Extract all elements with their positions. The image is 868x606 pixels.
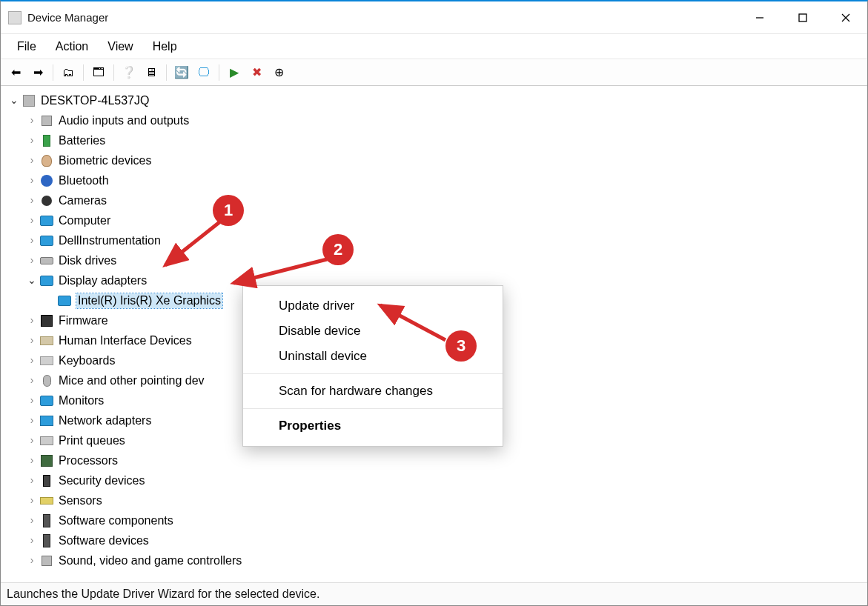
tree-category-0[interactable]: ›Audio inputs and outputs — [8, 110, 864, 130]
chevron-right-icon[interactable]: › — [26, 455, 38, 467]
enable-icon[interactable]: ▶ — [224, 63, 245, 82]
ic-chip-icon — [39, 453, 54, 468]
tree-root[interactable]: ⌄DESKTOP-4L537JQ — [8, 90, 864, 110]
device-tree-container: ⌄DESKTOP-4L537JQ›Audio inputs and output… — [1, 86, 867, 582]
tree-node-label: Intel(R) Iris(R) Xe Graphics — [76, 293, 222, 308]
close-button[interactable] — [824, 1, 867, 33]
chevron-right-icon[interactable]: › — [26, 135, 38, 147]
tree-node-label: Software components — [59, 513, 173, 528]
chevron-right-icon[interactable]: › — [26, 495, 38, 507]
tree-category-3[interactable]: ›Bluetooth — [8, 170, 864, 190]
menu-file[interactable]: File — [8, 37, 45, 56]
ic-mon-icon — [39, 393, 54, 408]
tree-node-label: Network adapters — [59, 413, 151, 428]
chevron-right-icon[interactable]: › — [26, 175, 38, 187]
tree-node-label: Biometric devices — [59, 153, 151, 168]
update-driver-icon[interactable]: 🔄 — [171, 63, 192, 82]
ic-mon-icon — [39, 273, 54, 288]
tree-node-label: Sensors — [59, 493, 102, 508]
tree-node-label: Sound, video and game controllers — [59, 553, 242, 568]
chevron-right-icon[interactable]: › — [26, 235, 38, 247]
ic-hid-icon — [39, 333, 54, 348]
ic-net-icon — [39, 413, 54, 428]
ic-fp-icon — [39, 153, 54, 168]
minimize-button[interactable] — [738, 1, 781, 33]
tree-category-6[interactable]: ›DellInstrumentation — [8, 230, 864, 250]
chevron-right-icon[interactable]: › — [26, 315, 38, 327]
tree-category-5[interactable]: ›Computer — [8, 210, 864, 230]
annotation-badge-2: 2 — [322, 234, 354, 265]
chevron-right-icon[interactable]: › — [26, 195, 38, 207]
chevron-right-icon[interactable]: › — [26, 375, 38, 387]
chevron-right-icon[interactable]: › — [26, 435, 38, 447]
tree-node-label: Disk drives — [59, 253, 116, 268]
menu-help[interactable]: Help — [144, 37, 186, 56]
toolbar: ⬅ ➡ 🗂 🗔 ❔ 🖥 🔄 🖵 ▶ ✖ ⊕ — [1, 59, 867, 86]
forward-icon[interactable]: ➡ — [27, 63, 48, 82]
tree-category-18[interactable]: ›Sensors — [8, 490, 864, 510]
chevron-right-icon[interactable]: › — [26, 515, 38, 527]
ic-grey-icon — [21, 93, 36, 108]
chevron-down-icon[interactable]: ⌄ — [8, 95, 20, 107]
ic-mon-icon — [39, 233, 54, 248]
tree-category-7[interactable]: ›Disk drives — [8, 250, 864, 270]
tree-node-label: DESKTOP-4L537JQ — [41, 93, 149, 108]
chevron-right-icon[interactable]: › — [26, 255, 38, 267]
ic-cam-icon — [39, 193, 54, 208]
ic-sw-icon — [39, 513, 54, 528]
tree-node-label: Mice and other pointing dev — [59, 373, 205, 388]
ic-kb-icon — [39, 353, 54, 368]
maximize-button[interactable] — [781, 1, 824, 33]
chevron-right-icon[interactable]: › — [26, 215, 38, 227]
monitor-icon[interactable]: 🖵 — [193, 63, 214, 82]
tree-category-4[interactable]: ›Cameras — [8, 190, 864, 210]
chevron-right-icon[interactable]: › — [26, 535, 38, 547]
tree-category-2[interactable]: ›Biometric devices — [8, 150, 864, 170]
tree-node-label: DellInstrumentation — [59, 233, 161, 248]
tree-node-label: Batteries — [59, 133, 105, 148]
tree-category-19[interactable]: ›Software components — [8, 510, 864, 530]
tree-node-label: Software devices — [59, 533, 149, 548]
context-menu-item-update-driver[interactable]: Update driver — [243, 293, 503, 319]
chevron-right-icon[interactable]: › — [26, 355, 38, 367]
toolbar-separator — [113, 64, 114, 81]
chevron-right-icon[interactable]: › — [26, 335, 38, 347]
tree-category-17[interactable]: ›Security devices — [8, 470, 864, 490]
tree-category-21[interactable]: ›Sound, video and game controllers — [8, 550, 864, 570]
ic-pr-icon — [39, 433, 54, 448]
show-hidden-icon[interactable]: 🗂 — [58, 63, 79, 82]
tree-category-16[interactable]: ›Processors — [8, 450, 864, 470]
ic-mouse-icon — [39, 373, 54, 388]
disable-icon[interactable]: ✖ — [246, 63, 267, 82]
properties-icon[interactable]: 🗔 — [88, 63, 109, 82]
tree-node-label: Monitors — [59, 393, 104, 408]
tree-node-label: Computer — [59, 213, 110, 228]
ic-fw-icon — [39, 313, 54, 328]
tree-node-label: Keyboards — [59, 353, 116, 368]
chevron-right-icon[interactable]: › — [26, 155, 38, 167]
context-menu-separator — [243, 408, 503, 409]
window-title: Device Manager — [27, 11, 108, 24]
chevron-right-icon[interactable]: › — [26, 115, 38, 127]
tree-category-20[interactable]: ›Software devices — [8, 530, 864, 550]
chevron-down-icon[interactable]: ⌄ — [26, 275, 38, 287]
help-icon[interactable]: ❔ — [119, 63, 139, 82]
menu-action[interactable]: Action — [47, 37, 97, 56]
context-menu-item-scan-for-hardware-changes[interactable]: Scan for hardware changes — [243, 379, 503, 404]
ic-hdd-icon — [39, 253, 54, 268]
chevron-right-icon[interactable]: › — [26, 415, 38, 427]
context-menu-item-properties[interactable]: Properties — [243, 413, 503, 439]
back-icon[interactable]: ⬅ — [5, 63, 26, 82]
tree-category-1[interactable]: ›Batteries — [8, 130, 864, 150]
ic-sec-icon — [39, 473, 54, 488]
chevron-right-icon[interactable]: › — [26, 395, 38, 407]
uninstall-icon[interactable]: ⊕ — [268, 63, 289, 82]
toolbar-separator — [83, 64, 84, 81]
tree-node-label: Display adapters — [59, 273, 147, 288]
chevron-right-icon[interactable]: › — [26, 475, 38, 487]
update-hardware-icon[interactable]: 🖥 — [141, 63, 162, 82]
chevron-right-icon[interactable]: › — [26, 555, 38, 567]
menu-view[interactable]: View — [99, 37, 142, 56]
ic-snd-icon — [39, 553, 54, 568]
tree-node-label: Audio inputs and outputs — [59, 113, 189, 128]
